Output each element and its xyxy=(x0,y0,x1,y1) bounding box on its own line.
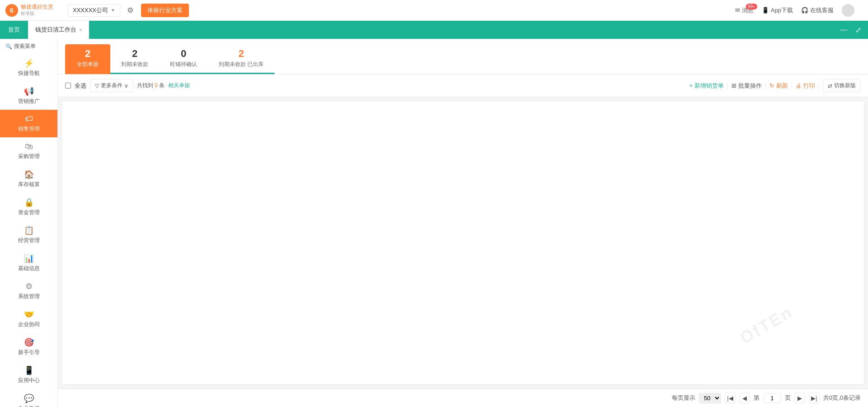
logo-text: 畅捷通好生意 xyxy=(21,4,53,11)
filter-icon: ▽ xyxy=(95,83,99,89)
sidebar-label-sales: 销售管理 xyxy=(18,125,40,133)
stat-label-overdue-out: 到期未收款 已出库 xyxy=(219,61,264,68)
sidebar-search[interactable]: 🔍 搜索菜单 xyxy=(0,39,57,54)
marketing-icon: 📢 xyxy=(24,86,34,96)
avatar[interactable] xyxy=(842,4,854,17)
app-center-icon: 📱 xyxy=(24,365,34,375)
wechat-icon: 💬 xyxy=(24,393,34,403)
stats-tabs: 2 全部单据 2 到期未收款 0 旺铺待确认 2 到期未收款 已出库 xyxy=(58,39,868,75)
download-icon: 📱 xyxy=(762,7,769,14)
found-count: 0 xyxy=(155,82,158,89)
company-name: XXXXXX公司 xyxy=(73,6,108,14)
service-icon: 🎧 xyxy=(801,7,808,14)
system-icon: ⚙ xyxy=(25,281,33,291)
switch-label: 切换新版 xyxy=(834,82,856,89)
sidebar-item-basic-info[interactable]: 📊 基础信息 xyxy=(0,249,57,277)
online-service-button[interactable]: 🎧 在线客服 xyxy=(801,6,834,14)
sidebar-item-app-center[interactable]: 📱 应用中心 xyxy=(0,361,57,389)
tab-home[interactable]: 首页 xyxy=(0,21,28,39)
print-label: 打印 xyxy=(803,82,815,90)
search-label: 搜索菜单 xyxy=(14,42,36,50)
filter-label: 更多条件 xyxy=(101,82,123,89)
sidebar-item-finance[interactable]: 🔒 资金管理 xyxy=(0,193,57,221)
divider3 xyxy=(792,82,792,89)
sidebar-label-basic-info: 基础信息 xyxy=(18,265,40,272)
inventory-icon: 🏠 xyxy=(24,169,34,179)
sidebar-item-cooperation[interactable]: 🤝 企业协同 xyxy=(0,305,57,333)
trial-button[interactable]: 体验行业方案 xyxy=(141,4,189,17)
top-right: ✉ 消息 99+ 📱 App下载 🎧 在线客服 xyxy=(735,4,863,17)
stat-tab-overdue[interactable]: 2 到期未收款 xyxy=(110,44,159,74)
sidebar-item-quick-nav[interactable]: ⚡ 快捷导航 xyxy=(0,54,57,82)
page-number-input[interactable] xyxy=(763,393,781,403)
stat-tab-all[interactable]: 2 全部单据 xyxy=(65,44,110,74)
page-info-prefix: 第 xyxy=(754,394,760,402)
message-button[interactable]: ✉ 消息 99+ xyxy=(735,6,754,14)
search-icon: 🔍 xyxy=(5,43,12,50)
print-button[interactable]: 🖨 打印 xyxy=(796,82,815,90)
purchase-icon: 🛍 xyxy=(25,142,33,151)
select-all-checkbox[interactable] xyxy=(65,83,71,89)
batch-label: 批量操作 xyxy=(738,82,762,90)
tab-active[interactable]: 钱货日清工作台 × xyxy=(28,21,89,39)
switch-icon: ⇄ xyxy=(828,83,832,89)
add-button[interactable]: + 新增销货单 xyxy=(689,82,724,90)
sidebar-item-purchase[interactable]: 🛍 采购管理 xyxy=(0,137,57,165)
switch-button[interactable]: ⇄ 切换新版 xyxy=(823,79,861,92)
sidebar-item-inventory[interactable]: 🏠 库存核算 xyxy=(0,165,57,193)
refresh-icon: ↻ xyxy=(769,82,774,89)
stat-label-pending: 旺铺待确认 xyxy=(170,61,197,68)
logo-area: 6 畅捷通好生意 标准版 xyxy=(5,4,63,17)
sidebar-item-marketing[interactable]: 📢 营销推广 xyxy=(0,82,57,110)
sidebar-item-wechat[interactable]: 💬 企业微信 xyxy=(0,389,57,407)
page-prev-button[interactable]: ◀ xyxy=(739,393,750,403)
layout: 🔍 搜索菜单 ⚡ 快捷导航 📢 营销推广 🏷 销售管理 🛍 采购管理 🏠 库存核… xyxy=(0,39,868,407)
batch-button[interactable]: ⊞ 批量操作 xyxy=(731,82,762,90)
chevron-down-icon: ∨ xyxy=(124,83,128,89)
select-all-label: 全选 xyxy=(75,82,86,90)
tab-minimize-button[interactable]: — xyxy=(838,24,849,35)
stat-tab-pending[interactable]: 0 旺铺待确认 xyxy=(159,44,208,74)
sidebar-item-guide[interactable]: 🎯 新手引导 xyxy=(0,333,57,361)
basic-info-icon: 📊 xyxy=(24,253,34,263)
sidebar-label-cooperation: 企业协同 xyxy=(18,321,40,328)
refresh-button[interactable]: ↻ 刷新 xyxy=(769,82,788,90)
sidebar-item-system[interactable]: ⚙ 系统管理 xyxy=(0,277,57,305)
page-last-button[interactable]: ▶| xyxy=(809,393,820,403)
sidebar-item-operations[interactable]: 📋 经营管理 xyxy=(0,221,57,249)
page-size-select[interactable]: 50 xyxy=(699,393,721,403)
filter-button[interactable]: ▽ 更多条件 ∨ xyxy=(90,79,133,92)
stat-tab-overdue-out[interactable]: 2 到期未收款 已出库 xyxy=(208,44,274,74)
refresh-label: 刷新 xyxy=(776,82,788,90)
sidebar-label-system: 系统管理 xyxy=(18,293,40,300)
tab-bar-right: — ⤢ xyxy=(838,24,868,35)
main-content: 2 全部单据 2 到期未收款 0 旺铺待确认 2 到期未收款 已出库 全选 xyxy=(58,39,868,407)
related-link[interactable]: 相关单据 xyxy=(168,82,190,89)
sidebar-label-finance: 资金管理 xyxy=(18,209,40,216)
toolbar: 全选 ▽ 更多条件 ∨ 共找到 0 条 相关单据 + 新增销货单 ⊞ 批 xyxy=(58,75,868,97)
sidebar-label-guide: 新手引导 xyxy=(18,349,40,356)
quick-nav-icon: ⚡ xyxy=(24,58,34,68)
top-bar: 6 畅捷通好生意 标准版 XXXXXX公司 ▼ ⚙ 体验行业方案 ✉ 消息 99… xyxy=(0,0,868,21)
sidebar-label-operations: 经营管理 xyxy=(18,237,40,244)
divider2 xyxy=(765,82,766,89)
message-icon: ✉ xyxy=(735,7,740,14)
page-first-button[interactable]: |◀ xyxy=(725,393,736,403)
sidebar-label-marketing: 营销推广 xyxy=(18,98,40,105)
tab-close-icon[interactable]: × xyxy=(79,27,82,33)
sales-icon: 🏷 xyxy=(25,114,33,124)
page-next-button[interactable]: ▶ xyxy=(794,393,805,403)
toolbar-right: + 新增销货单 ⊞ 批量操作 ↻ 刷新 🖨 打印 ⇄ xyxy=(689,79,861,92)
app-download-button[interactable]: 📱 App下载 xyxy=(762,6,793,14)
company-selector[interactable]: XXXXXX公司 ▼ xyxy=(68,4,120,17)
divider xyxy=(727,82,728,89)
online-service-label: 在线客服 xyxy=(810,6,834,14)
app-download-label: App下载 xyxy=(771,6,793,14)
operations-icon: 📋 xyxy=(24,225,34,235)
page-info-suffix: 页 xyxy=(785,394,791,402)
guide-icon: 🎯 xyxy=(24,337,34,347)
settings-button[interactable]: ⚙ xyxy=(124,4,137,17)
sidebar-item-sales[interactable]: 🏷 销售管理 xyxy=(0,110,57,137)
tab-label: 钱货日清工作台 xyxy=(35,26,76,34)
tab-maximize-button[interactable]: ⤢ xyxy=(853,24,863,35)
